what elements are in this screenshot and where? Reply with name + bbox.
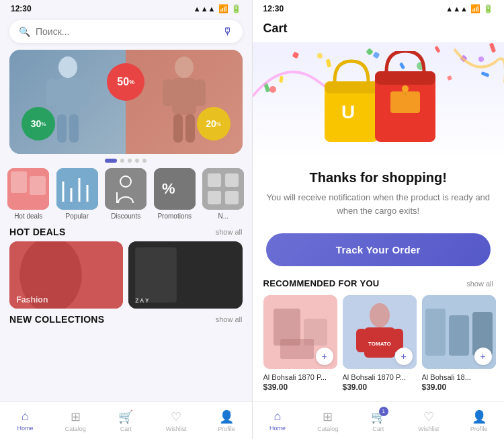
search-input[interactable] (36, 26, 217, 37)
right-panel: 12:30 ▲▲▲ 📶 🔋 Cart (253, 0, 505, 439)
wifi-icon: 📶 (218, 4, 228, 13)
home-icon-right: ⌂ (274, 409, 282, 424)
svg-rect-27 (225, 173, 239, 187)
svg-rect-62 (425, 309, 446, 356)
svg-text:U: U (341, 102, 355, 122)
confetti-9 (263, 82, 269, 92)
svg-rect-58 (356, 329, 367, 352)
signal-icon-right: ▲▲▲ (446, 5, 468, 13)
mannequin-left (9, 50, 126, 154)
dot-3[interactable] (128, 159, 132, 163)
nav-home-left[interactable]: ⌂ Home (0, 402, 50, 439)
add-to-cart-3[interactable]: + (474, 348, 492, 365)
bottom-nav-left: ⌂ Home ⊞ Catalog 🛒 Cart ♡ Wishlist 👤 Pro… (0, 401, 252, 439)
category-hot-deals[interactable]: Hot deals (4, 168, 53, 220)
confetti-1 (292, 52, 299, 59)
nav-wishlist-left[interactable]: ♡ Wishlist (151, 402, 202, 439)
dot-2[interactable] (120, 159, 124, 163)
status-icons-left: ▲▲▲ 📶 🔋 (194, 4, 241, 13)
product-image-1: + (263, 295, 337, 369)
product-image-2: TOMATO + (343, 295, 417, 369)
status-icons-right: ▲▲▲ 📶 🔋 (446, 4, 493, 13)
dot-1[interactable] (105, 159, 117, 163)
svg-rect-42 (447, 75, 452, 81)
deal-card-2[interactable]: Z A Y (128, 241, 242, 309)
product-price-1: $39.00 (263, 383, 337, 392)
mannequin-right (126, 50, 242, 154)
status-bar-left: 12:30 ▲▲▲ 📶 🔋 (0, 0, 252, 16)
cat-label-discounts: Discounts (111, 212, 140, 220)
dot-4[interactable] (135, 159, 139, 163)
nav-cart-right[interactable]: 🛒 1 Cart (353, 402, 403, 439)
nav-wishlist-right[interactable]: ♡ Wishlist (403, 402, 454, 439)
product-card-1[interactable]: + Al Bohsali 1870 P... $39.00 (263, 295, 337, 392)
product-card-2[interactable]: TOMATO + Al Bohsali 1870 P... $39.00 (343, 295, 417, 392)
microphone-icon[interactable]: 🎙 (222, 26, 233, 38)
track-order-button[interactable]: Track Your Order (266, 233, 491, 266)
svg-rect-54 (280, 339, 314, 359)
svg-rect-11 (185, 114, 195, 143)
svg-rect-8 (163, 79, 173, 106)
svg-rect-4 (57, 114, 67, 143)
nav-catalog-left[interactable]: ⊞ Catalog (50, 402, 101, 439)
recommended-show-all[interactable]: show all (466, 280, 493, 288)
confetti-7 (279, 76, 284, 83)
svg-rect-2 (46, 79, 57, 106)
nav-profile-left[interactable]: 👤 Profile (202, 402, 252, 439)
svg-rect-7 (172, 78, 196, 115)
category-more[interactable]: N... (199, 168, 248, 220)
recommended-header: RECOMMENDED FOR YOU show all (253, 276, 505, 295)
product-card-3[interactable]: + Al Bohsali 18... $39.00 (422, 295, 496, 392)
banner-dots (0, 159, 252, 163)
badge-30-percent: 30% (22, 107, 55, 141)
svg-rect-47 (375, 71, 435, 85)
svg-point-6 (175, 56, 194, 78)
dot-5[interactable] (142, 159, 146, 163)
cart-badge-container: 🛒 1 (371, 409, 386, 424)
deal-card-1[interactable]: Fashion (9, 241, 123, 309)
category-list: Hot deals Popular Discounts % Promotions… (0, 168, 252, 220)
category-popular[interactable]: Popular (53, 168, 102, 220)
search-bar[interactable]: 🔍 🎙 (9, 20, 243, 43)
nav-profile-right[interactable]: 👤 Profile (454, 402, 504, 439)
add-to-cart-1[interactable]: + (316, 348, 333, 365)
svg-rect-13 (11, 171, 27, 193)
nav-home-label-right: Home (269, 425, 286, 432)
svg-point-49 (402, 85, 409, 92)
left-panel: 12:30 ▲▲▲ 📶 🔋 🔍 🎙 (0, 0, 252, 439)
cat-label-more: N... (218, 212, 228, 220)
cart-title: Cart (253, 16, 505, 42)
category-promotions[interactable]: % Promotions (151, 168, 200, 220)
svg-text:Fashion: Fashion (16, 295, 48, 305)
promo-banner[interactable]: 50% 30% 20% (9, 50, 243, 154)
recommended-title: RECOMMENDED FOR YOU (263, 278, 380, 288)
nav-wishlist-label-right: Wishlist (418, 426, 439, 432)
confetti-6 (460, 54, 467, 62)
hot-deals-grid: Fashion Z A Y (0, 241, 252, 309)
svg-rect-5 (69, 114, 79, 143)
cat-thumb-more (202, 168, 244, 210)
battery-icon: 🔋 (231, 4, 241, 13)
thankyou-title: Thanks for shopping! (266, 170, 491, 186)
nav-catalog-right[interactable]: ⊞ Catalog (302, 402, 353, 439)
cat-label-hot-deals: Hot deals (14, 212, 42, 220)
svg-point-0 (58, 56, 77, 78)
badge-50-percent: 50% (107, 63, 144, 101)
svg-rect-35 (136, 247, 177, 303)
cat-label-promotions: Promotions (157, 212, 192, 220)
svg-point-37 (269, 86, 276, 93)
product-image-3: + (422, 295, 496, 369)
new-collections-show-all[interactable]: show all (216, 315, 243, 323)
cat-label-popular: Popular (66, 212, 89, 220)
nav-cart-left[interactable]: 🛒 Cart (101, 402, 151, 439)
nav-home-right[interactable]: ⌂ Home (253, 402, 303, 439)
category-discounts[interactable]: Discounts (101, 168, 151, 220)
add-to-cart-2[interactable]: + (395, 348, 413, 365)
confetti-10 (489, 42, 495, 52)
hot-deals-show-all[interactable]: show all (216, 228, 243, 236)
nav-catalog-label-left: Catalog (65, 426, 86, 432)
product-name-3: Al Bohsali 18... (422, 373, 496, 381)
confetti-8 (480, 71, 489, 77)
svg-point-56 (370, 303, 390, 327)
wifi-icon-right: 📶 (470, 4, 480, 13)
